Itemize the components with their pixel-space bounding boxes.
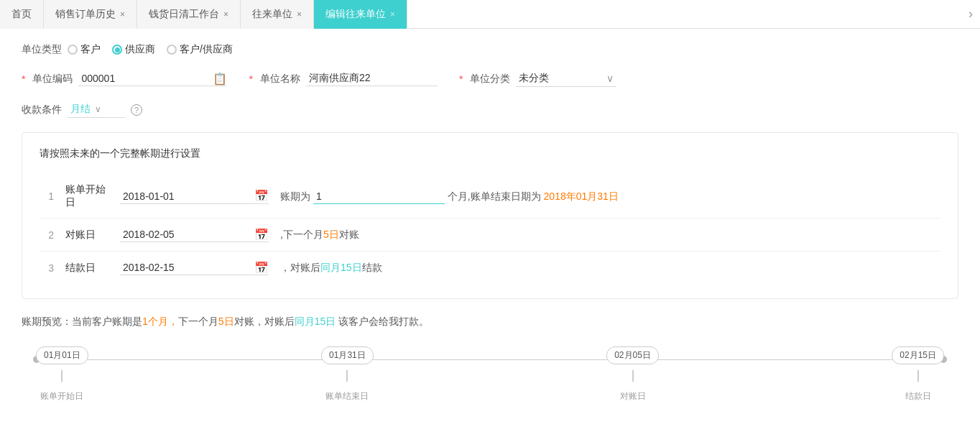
timeline-container: 01月01日 账单开始日 01月31日 账单结束日 02月05日 对账日	[22, 346, 958, 402]
unit-code-input-wrapper: 📋	[78, 71, 227, 86]
radio-circle-customer	[68, 45, 78, 55]
payment-term-chevron-icon: ∨	[95, 104, 101, 114]
unit-type-label: 单位类型	[22, 43, 62, 56]
period-desc: 账期为 个月,账单结束日期为 2018年01月31日	[280, 189, 940, 204]
tab-cash-work[interactable]: 钱货日清工作台 ×	[137, 0, 241, 29]
row-label-1: 账单开始日	[65, 183, 108, 209]
timeline-label-0: 账单开始日	[40, 390, 83, 402]
radio-customer[interactable]: 客户	[68, 43, 101, 56]
radio-circle-supplier	[112, 45, 122, 55]
payment-term-row: 收款条件 月结 ∨ ?	[22, 101, 958, 118]
end-date-highlight: 2018年01月31日	[544, 190, 619, 202]
preview-month-highlight: 1个月，	[142, 316, 178, 327]
row-label-3: 结款日	[65, 262, 108, 275]
preview-text: 账期预览：当前客户账期是1个月，下一个月5日对账，对账后同月15日 该客户会给我…	[22, 313, 958, 329]
unit-info-row: * 单位编码 📋 * 单位名称 * 单位分类 未分类 ∨	[22, 70, 958, 87]
radio-supplier[interactable]: 供应商	[112, 43, 155, 56]
reconcile-highlight: 5日	[323, 229, 339, 240]
timeline-label-3: 结款日	[905, 390, 931, 402]
close-tab-cash-work[interactable]: ×	[223, 9, 228, 19]
radio-group-unit-type: 客户 供应商 客户/供应商	[68, 43, 233, 56]
setting-row-1: 1 账单开始日 📅 账期为 个月,账单结束日期为 2018年01月31日	[40, 175, 940, 218]
unit-name-input[interactable]	[306, 71, 438, 86]
timeline-stem-2	[632, 370, 634, 382]
timeline-badge-0: 01月01日	[36, 346, 88, 364]
tab-sales-history[interactable]: 销售订单历史 ×	[44, 0, 137, 29]
section-title: 请按照未来的一个完整帐期进行设置	[40, 147, 940, 160]
unit-name-group: * 单位名称	[249, 71, 437, 86]
close-tab-sales-history[interactable]: ×	[120, 9, 125, 19]
unit-code-icon[interactable]: 📋	[213, 72, 227, 86]
unit-code-label: 单位编码	[32, 73, 73, 86]
payment-desc: ，对账后同月15日结款	[280, 262, 940, 275]
timeline-badge-1: 01月31日	[321, 346, 374, 364]
payment-term-help-icon[interactable]: ?	[131, 104, 142, 116]
period-value-input[interactable]	[313, 189, 445, 204]
start-date-calendar-icon[interactable]: 📅	[254, 189, 269, 203]
setting-row-3: 3 结款日 📅 ，对账后同月15日结款	[40, 252, 940, 284]
row-label-2: 对账日	[65, 229, 108, 242]
preview-reconcile-highlight: 5日	[218, 316, 234, 327]
page-content: 单位类型 客户 供应商 客户/供应商 * 单位编码	[0, 29, 980, 437]
timeline-label-1: 账单结束日	[325, 390, 369, 402]
timeline-label-2: 对账日	[620, 390, 646, 402]
start-date-input[interactable]	[120, 189, 251, 203]
radio-circle-both	[167, 45, 177, 55]
preview-pay-highlight: 同月15日	[295, 316, 336, 327]
timeline-nodes: 01月01日 账单开始日 01月31日 账单结束日 02月05日 对账日	[36, 346, 944, 402]
row-num-1: 1	[40, 190, 54, 202]
radio-both[interactable]: 客户/供应商	[167, 43, 233, 56]
tab-partner[interactable]: 往来单位 ×	[241, 0, 314, 29]
close-tab-edit-partner[interactable]: ×	[390, 9, 395, 19]
timeline-stem-0	[61, 370, 63, 382]
timeline-stem-3	[917, 370, 919, 382]
timeline-node-3: 02月15日 结款日	[892, 346, 944, 402]
tab-edit-partner[interactable]: 编辑往来单位 ×	[314, 0, 407, 29]
payment-term-value: 月结	[70, 103, 91, 116]
unit-category-chevron-icon: ∨	[606, 73, 614, 84]
row-num-3: 3	[40, 262, 54, 274]
timeline-stem-1	[346, 370, 348, 382]
timeline-node-2: 02月05日 对账日	[606, 346, 659, 402]
payment-term-dropdown[interactable]: 月结 ∨	[68, 101, 125, 118]
unit-code-group: * 单位编码 📋	[22, 71, 227, 86]
timeline-badge-3: 02月15日	[892, 346, 944, 364]
close-tab-partner[interactable]: ×	[297, 9, 302, 19]
timeline-node-1: 01月31日 账单结束日	[321, 346, 374, 402]
tab-more-button[interactable]: ›	[961, 6, 980, 22]
payment-date-calendar-icon[interactable]: 📅	[254, 261, 269, 275]
payment-term-group: 收款条件 月结 ∨ ?	[22, 101, 142, 118]
settings-section: 请按照未来的一个完整帐期进行设置 1 账单开始日 📅 账期为 个月,账单结束日期…	[22, 132, 958, 299]
unit-category-value: 未分类	[519, 72, 602, 85]
reconcile-date-input[interactable]	[120, 227, 251, 242]
tabs-bar: 首页 销售订单历史 × 钱货日清工作台 × 往来单位 × 编辑往来单位 × ›	[0, 0, 980, 29]
unit-category-dropdown[interactable]: 未分类 ∨	[516, 70, 616, 87]
row-num-2: 2	[40, 229, 54, 241]
unit-category-group: * 单位分类 未分类 ∨	[459, 70, 616, 87]
timeline-badge-2: 02月05日	[606, 346, 659, 364]
payment-date-input[interactable]	[120, 260, 251, 275]
start-date-input-wrapper: 📅	[120, 189, 269, 204]
timeline-node-0: 01月01日 账单开始日	[36, 346, 88, 402]
unit-code-input[interactable]	[78, 71, 210, 86]
unit-type-row: 单位类型 客户 供应商 客户/供应商	[22, 43, 958, 56]
unit-category-label: 单位分类	[470, 73, 510, 86]
unit-type-group: 单位类型 客户 供应商 客户/供应商	[22, 43, 233, 56]
payment-highlight: 同月15日	[320, 262, 362, 273]
reconcile-date-input-wrapper: 📅	[120, 227, 269, 242]
payment-term-label: 收款条件	[22, 104, 62, 116]
reconcile-date-calendar-icon[interactable]: 📅	[254, 228, 269, 242]
unit-name-label: 单位名称	[260, 73, 300, 86]
tab-home[interactable]: 首页	[0, 0, 44, 29]
setting-row-2: 2 对账日 📅 ,下一个月5日对账	[40, 218, 940, 252]
payment-date-input-wrapper: 📅	[120, 260, 269, 275]
reconcile-desc: ,下一个月5日对账	[280, 229, 940, 242]
